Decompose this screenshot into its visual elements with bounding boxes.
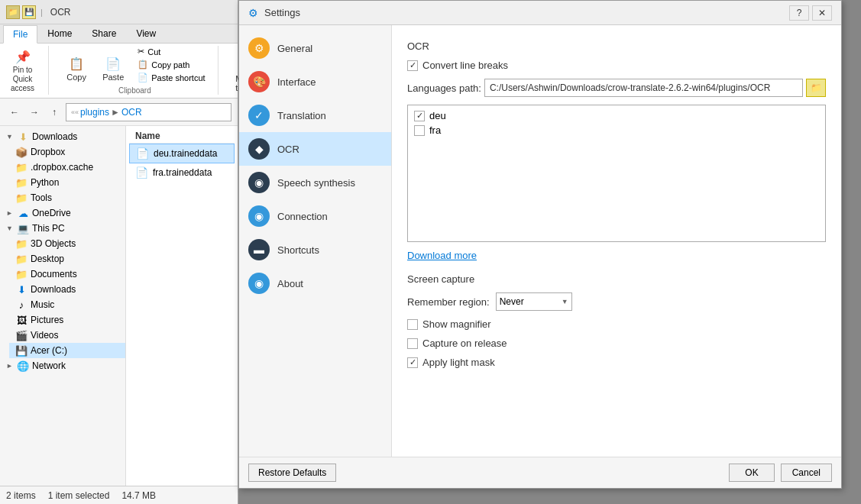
copy-button[interactable]: 📋 Copy xyxy=(61,53,92,83)
show-magnifier-checkbox[interactable] xyxy=(407,319,418,330)
languages-path-row: Languages path: 📁 xyxy=(407,79,826,97)
cancel-button[interactable]: Cancel xyxy=(781,464,832,482)
nav-item-shortcuts[interactable]: ▬ Shortcuts xyxy=(239,233,391,267)
settings-icon: ⚙ xyxy=(248,7,258,19)
sidebar-item-3d-objects[interactable]: 📁 3D Objects xyxy=(9,236,125,251)
ribbon-content: 📌 Pin to Quickaccess 📋 Copy 📄 Paste xyxy=(0,43,238,98)
expand-icon-this-pc: ▼ xyxy=(6,225,14,232)
language-list-box[interactable]: deu fra xyxy=(407,105,826,242)
capture-on-release-text: Capture on release xyxy=(422,338,507,349)
expand-icon-network: ► xyxy=(6,362,14,370)
nav-label-connection: Connection xyxy=(277,211,328,222)
show-magnifier-label[interactable]: Show magnifier xyxy=(407,318,491,330)
sidebar-item-tools[interactable]: 📁 Tools xyxy=(9,190,125,205)
sidebar-item-downloads2[interactable]: ⬇ Downloads xyxy=(9,282,125,297)
explorer-title-bar: 📁 💾 | OCR xyxy=(0,0,238,24)
nav-icon-connection: ◉ xyxy=(248,205,270,227)
up-button[interactable]: ↑ xyxy=(46,104,63,121)
nav-bar: ← → ↑ «« plugins ► OCR xyxy=(0,99,238,126)
file-icon-deu: 📄 xyxy=(136,147,149,160)
languages-path-input[interactable] xyxy=(484,79,803,97)
label-music: Music xyxy=(31,299,54,310)
sidebar-item-documents[interactable]: 📁 Documents xyxy=(9,267,125,282)
icon-music: ♪ xyxy=(15,299,28,311)
settings-content: OCR Convert line breaks Languages path: … xyxy=(392,25,841,457)
icon-python: 📁 xyxy=(15,176,28,189)
download-more-link[interactable]: Download more xyxy=(407,250,826,261)
dialog-title-bar: ⚙ Settings ? ✕ xyxy=(239,1,841,25)
copy-path-label: Copy path xyxy=(151,60,189,69)
cut-button[interactable]: ✂ Cut xyxy=(134,46,208,57)
nav-item-speech[interactable]: ◉ Speech synthesis xyxy=(239,166,391,199)
convert-line-breaks-label[interactable]: Convert line breaks xyxy=(407,60,508,71)
dialog-body: ⚙ General 🎨 Interface ✓ Translation ◆ OC… xyxy=(239,25,841,457)
remember-region-select[interactable]: Never ▼ xyxy=(496,292,572,311)
fra-checkbox[interactable] xyxy=(414,125,425,136)
path-bar[interactable]: «« plugins ► OCR xyxy=(66,103,231,121)
apply-light-mask-checkbox[interactable] xyxy=(407,357,418,368)
nav-item-ocr[interactable]: ◆ OCR xyxy=(239,132,391,166)
path-ocr[interactable]: OCR xyxy=(121,107,142,118)
deu-checkbox[interactable] xyxy=(414,111,425,121)
cut-icon: ✂ xyxy=(138,47,144,57)
lang-item-fra[interactable]: fra xyxy=(411,123,822,137)
sidebar-item-network[interactable]: ► 🌐 Network xyxy=(0,358,125,373)
browse-button[interactable]: 📁 xyxy=(806,79,826,97)
sidebar-item-dropbox-cache[interactable]: 📁 .dropbox.cache xyxy=(9,160,125,175)
label-acer-c: Acer (C:) xyxy=(31,345,67,356)
sidebar-item-pictures[interactable]: 🖼 Pictures xyxy=(9,312,125,328)
file-name-deu: deu.traineddata xyxy=(154,148,217,159)
nav-label-interface: Interface xyxy=(277,76,316,88)
lang-item-deu[interactable]: deu xyxy=(411,108,822,123)
label-downloads: Downloads xyxy=(32,131,77,142)
apply-light-mask-label[interactable]: Apply light mask xyxy=(407,357,495,368)
cut-label: Cut xyxy=(147,47,160,57)
sidebar-item-music[interactable]: ♪ Music xyxy=(9,297,125,312)
pin-icon: 📌 xyxy=(14,47,32,66)
sidebar-item-python[interactable]: 📁 Python xyxy=(9,175,125,190)
pin-button[interactable]: 📌 Pin to Quickaccess xyxy=(6,46,39,95)
file-item-deu[interactable]: 📄 deu.traineddata xyxy=(129,144,235,163)
show-magnifier-row: Show magnifier xyxy=(407,318,826,330)
nav-item-general[interactable]: ⚙ General xyxy=(239,31,391,65)
label-this-pc: This PC xyxy=(32,223,65,234)
sidebar-item-this-pc[interactable]: ▼ 💻 This PC xyxy=(0,221,125,236)
sidebar-item-videos[interactable]: 🎬 Videos xyxy=(9,328,125,343)
capture-on-release-label[interactable]: Capture on release xyxy=(407,338,507,349)
label-onedrive: OneDrive xyxy=(32,208,71,218)
path-plugins[interactable]: plugins xyxy=(80,107,109,118)
capture-on-release-checkbox[interactable] xyxy=(407,338,418,349)
file-list-header[interactable]: Name xyxy=(129,129,235,144)
tab-home[interactable]: Home xyxy=(37,24,82,43)
expand-icon-downloads: ▼ xyxy=(6,133,14,141)
help-button[interactable]: ? xyxy=(789,5,809,21)
close-button[interactable]: ✕ xyxy=(812,5,832,21)
sidebar-tree: ▼ ⬇ Downloads 📦 Dropbox 📁 .dropbox.cache… xyxy=(0,126,126,486)
copy-icon: 📋 xyxy=(67,54,86,73)
ok-button[interactable]: OK xyxy=(729,464,774,482)
nav-item-about[interactable]: ◉ About xyxy=(239,267,391,300)
sidebar-item-downloads[interactable]: ▼ ⬇ Downloads xyxy=(0,129,125,144)
icon-dropbox: 📦 xyxy=(15,146,28,158)
back-button[interactable]: ← xyxy=(6,104,23,121)
convert-line-breaks-checkbox[interactable] xyxy=(407,60,418,71)
copy-path-button[interactable]: 📋 Copy path xyxy=(134,59,208,70)
tab-file[interactable]: File xyxy=(3,25,37,44)
nav-item-interface[interactable]: 🎨 Interface xyxy=(239,65,391,99)
tab-share[interactable]: Share xyxy=(82,24,126,43)
sidebar-item-dropbox[interactable]: 📦 Dropbox xyxy=(9,144,125,160)
sidebar-item-desktop[interactable]: 📁 Desktop xyxy=(9,251,125,267)
sidebar-item-onedrive[interactable]: ► ☁ OneDrive xyxy=(0,205,125,221)
forward-button[interactable]: → xyxy=(26,104,43,121)
nav-item-translation[interactable]: ✓ Translation xyxy=(239,99,391,132)
file-item-fra[interactable]: 📄 fra.traineddata xyxy=(129,163,235,182)
paste-shortcut-button[interactable]: 📄 Paste shortcut xyxy=(134,72,208,83)
tab-view[interactable]: View xyxy=(126,24,166,43)
restore-defaults-button[interactable]: Restore Defaults xyxy=(248,464,336,482)
icon-documents: 📁 xyxy=(15,268,28,280)
dialog-title-group: ⚙ Settings xyxy=(248,7,300,19)
label-python: Python xyxy=(31,177,59,188)
nav-item-connection[interactable]: ◉ Connection xyxy=(239,199,391,233)
sidebar-item-acer-c[interactable]: 💾 Acer (C:) xyxy=(9,343,125,358)
paste-button[interactable]: 📄 Paste xyxy=(98,53,128,83)
